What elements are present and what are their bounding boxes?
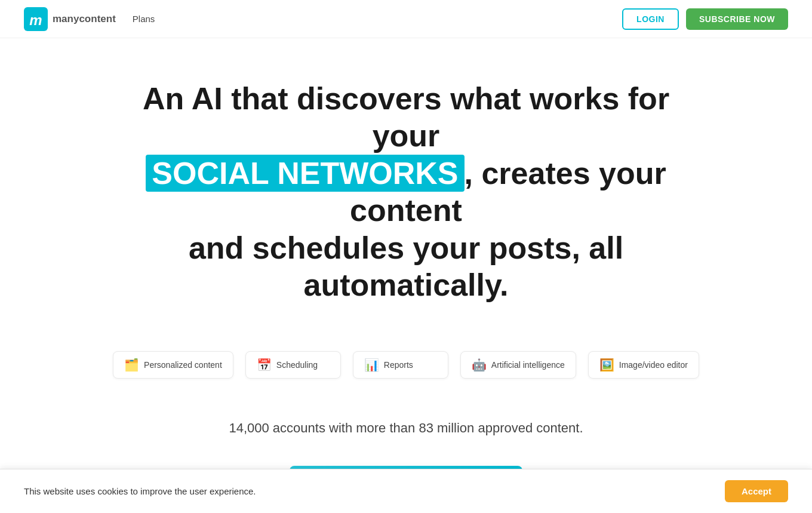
- feature-artificial-intelligence: 🤖 Artificial intelligence: [460, 351, 576, 379]
- feature-personalized-content-label: Personalized content: [144, 360, 222, 370]
- feature-personalized-content: 🗂️ Personalized content: [113, 351, 233, 379]
- image-video-icon: 🖼️: [599, 358, 614, 372]
- reports-icon: 📊: [364, 358, 379, 372]
- feature-ai-label: Artificial intelligence: [491, 360, 565, 370]
- hero-highlight: SOCIAL NETWORKS: [146, 155, 464, 192]
- features-row: 🗂️ Personalized content 📅 Scheduling 📊 R…: [0, 327, 812, 391]
- logo-icon: m: [24, 7, 48, 31]
- personalized-content-icon: 🗂️: [124, 358, 139, 372]
- scheduling-icon: 📅: [257, 358, 272, 372]
- hero-heading: An AI that discovers what works for your…: [137, 80, 675, 303]
- logo-area: m manycontent Plans: [24, 7, 155, 31]
- feature-scheduling: 📅 Scheduling: [245, 351, 341, 379]
- cookie-message: This website uses cookies to improve the…: [24, 486, 256, 496]
- login-button[interactable]: LOGIN: [622, 8, 679, 30]
- brand-name: manycontent: [53, 13, 116, 25]
- ai-icon: 🤖: [472, 358, 487, 372]
- stats-content: 14,000 accounts with more than 83 millio…: [229, 420, 583, 435]
- feature-reports: 📊 Reports: [353, 351, 448, 379]
- subscribe-header-button[interactable]: SUBSCRIBE NOW: [686, 8, 788, 30]
- svg-text:m: m: [29, 11, 42, 27]
- hero-line3: and schedules your posts, all automatica…: [189, 231, 623, 302]
- accept-cookies-button[interactable]: Accept: [725, 480, 788, 502]
- feature-scheduling-label: Scheduling: [276, 360, 318, 370]
- nav-plans-link[interactable]: Plans: [133, 14, 155, 24]
- feature-reports-label: Reports: [384, 360, 413, 370]
- header: m manycontent Plans LOGIN SUBSCRIBE NOW: [0, 0, 812, 38]
- hero-line1: An AI that discovers what works for your: [143, 81, 669, 153]
- feature-image-video-label: Image/video editor: [619, 360, 688, 370]
- header-actions: LOGIN SUBSCRIBE NOW: [622, 8, 788, 30]
- hero-section: An AI that discovers what works for your…: [0, 38, 812, 327]
- cookie-banner: This website uses cookies to improve the…: [0, 469, 812, 513]
- feature-image-video-editor: 🖼️ Image/video editor: [588, 351, 699, 379]
- stats-text: 14,000 accounts with more than 83 millio…: [0, 391, 812, 454]
